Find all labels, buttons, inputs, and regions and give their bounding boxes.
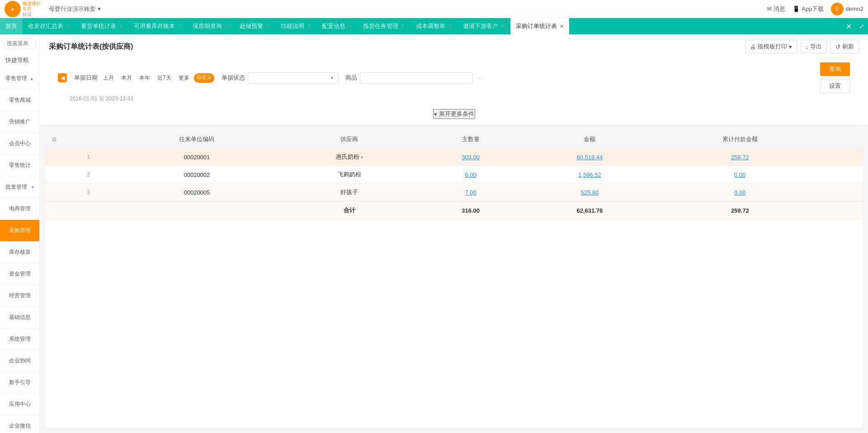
date-filter-group: 单据日期 上月 本月 本年 近7天 更多 自定义 [74, 73, 214, 83]
sidebar-item-base-info[interactable]: 基础信息 [0, 307, 39, 328]
row-paid-amount[interactable]: 0.00 [656, 184, 823, 202]
tab-pick-task[interactable]: 拣货任务管理 ✕ [358, 18, 410, 34]
row-amount[interactable]: 1,586.52 [523, 166, 656, 184]
sidebar-item-ops-mgmt[interactable]: 经营管理 [0, 285, 39, 307]
expand-icon: ▾ [32, 185, 34, 190]
export-btn[interactable]: ↓ 导出 [801, 40, 827, 53]
tab-close-icon[interactable]: ✕ [401, 24, 405, 29]
tab-close-icon[interactable]: ✕ [560, 24, 564, 29]
row-paid-amount[interactable]: 0.00 [656, 166, 823, 184]
row-amount[interactable]: 525.80 [523, 184, 656, 202]
row-dropdown-icon[interactable]: ▾ [361, 155, 363, 160]
refresh-btn[interactable]: ↺ 刷新 [830, 40, 859, 53]
tab-close-icon[interactable]: ✕ [501, 24, 505, 29]
row-index: 1 [63, 148, 113, 166]
sidebar-item-ecommerce-mgmt[interactable]: 电商管理 [0, 198, 39, 220]
more-options-icon[interactable]: ··· [476, 73, 484, 83]
date-btn-this-month[interactable]: 本月 [118, 73, 135, 83]
download-icon: 📱 [793, 5, 800, 12]
goods-search-input[interactable] [360, 72, 473, 84]
app-download-btn[interactable]: 📱 App下载 [793, 5, 824, 13]
table-row: 2 00020002 飞鹤奶粉 6.00 1,586.52 0.00 [45, 166, 863, 184]
expand-down-icon: ▾ [434, 111, 437, 118]
date-btn-last-month[interactable]: 上月 [100, 73, 117, 83]
user-avatar[interactable]: E demo2 [831, 3, 863, 15]
row-main-qty[interactable]: 303.00 [419, 148, 523, 166]
tab-receive-summary[interactable]: 收发存汇总表 ✕ [23, 18, 75, 34]
date-btn-more[interactable]: 更多 [176, 73, 192, 83]
message-btn[interactable]: ✉ 消息 [767, 5, 785, 13]
tab-close-icon[interactable]: ✕ [66, 24, 70, 29]
tab-home[interactable]: 首页 [0, 18, 23, 34]
row-main-qty[interactable]: 6.00 [419, 166, 523, 184]
sidebar-item-member-center[interactable]: 会员中心 [0, 133, 39, 155]
search-actions: 查询 设置 [820, 62, 850, 93]
tab-func-desc[interactable]: 功能说明 ✕ [275, 18, 316, 34]
sidebar-item-stock-check[interactable]: 库存核算 [0, 242, 39, 263]
nav-tabs: 首页 收发存汇总表 ✕ 要货单统计表 ✕ 可用量库存账本 ✕ 保质期查询 ✕ 超… [0, 18, 868, 34]
status-select[interactable] [248, 72, 338, 84]
collapse-toggle-btn[interactable]: ◀ [58, 73, 67, 82]
tab-available-stock[interactable]: 可用量库存账本 ✕ [128, 18, 187, 34]
goods-filter-group: 商品 ··· [345, 72, 484, 84]
refresh-icon: ↺ [835, 43, 840, 50]
nav-close-btn[interactable]: ✕ [842, 22, 855, 31]
tab-close-icon[interactable]: ✕ [225, 24, 229, 29]
row-index: 3 [63, 184, 113, 202]
tab-close-icon[interactable]: ✕ [178, 24, 182, 29]
sidebar-item-retail-store[interactable]: 零售商城 [0, 90, 39, 111]
tab-close-icon[interactable]: ✕ [448, 24, 452, 29]
tab-invite-downstream[interactable]: 邀请下游客户 ✕ [458, 18, 510, 34]
tab-expiry-query[interactable]: 保质期查询 ✕ [187, 18, 234, 34]
row-paid-amount[interactable]: 259.72 [656, 148, 823, 166]
svg-text:6: 6 [11, 7, 14, 12]
date-custom-badge[interactable]: 自定义 [194, 73, 214, 83]
sidebar-item-wholesale-mgmt[interactable]: 批发管理 ▾ [0, 176, 39, 198]
col-main-qty: 主数量 [419, 131, 523, 148]
sidebar-item-new-guide[interactable]: 新手引导 [0, 372, 39, 394]
sidebar-item-retail-stat[interactable]: 零售统计 [0, 155, 39, 176]
row-main-qty[interactable]: 7.00 [419, 184, 523, 202]
date-btn-7days[interactable]: 近7天 [155, 73, 174, 83]
export-icon: ↓ [806, 43, 809, 50]
tab-purchase-stat[interactable]: 采购订单统计表 ✕ [510, 18, 569, 34]
sidebar-item-enterprise-collab[interactable]: 企业协同 [0, 350, 39, 372]
date-btn-this-year[interactable]: 本年 [137, 73, 153, 83]
sidebar-item-quick-nav[interactable]: 快捷导航 [0, 52, 39, 68]
table-footer-row: 合计 316.00 62,631.76 259.72 [45, 201, 863, 219]
col-settings-icon[interactable]: ⚙ [52, 136, 57, 143]
sidebar-item-app-center[interactable]: 应用中心 [0, 394, 39, 415]
sidebar-item-sys-mgmt[interactable]: 系统管理 [0, 328, 39, 350]
nav-maximize-btn[interactable]: ⤢ [855, 23, 868, 30]
sidebar-item-marketing[interactable]: 营销推广 [0, 111, 39, 133]
col-amount: 金额 [523, 131, 656, 148]
sidebar-item-finance-mgmt[interactable]: 资金管理 [0, 263, 39, 285]
workspace-selector[interactable]: 母婴行业演示账套 ▾ [44, 5, 107, 13]
tab-close-icon[interactable]: ✕ [119, 24, 123, 29]
sidebar-item-retail-mgmt[interactable]: 零售管理 ▲ [0, 68, 39, 90]
tab-close-icon[interactable]: ✕ [348, 24, 352, 29]
row-amount[interactable]: 60,519.44 [523, 148, 656, 166]
expand-more-btn[interactable]: ▾ 展开更多条件 [433, 109, 475, 119]
tab-close-icon[interactable]: ✕ [307, 24, 311, 29]
row-expand-col [45, 148, 63, 166]
tab-cost-adjust[interactable]: 成本调整单 ✕ [410, 18, 458, 34]
sidebar-item-purchase-mgmt[interactable]: 采购管理 [0, 220, 39, 242]
row-unit-code: 00020005 [113, 184, 280, 202]
tab-close-icon[interactable]: ✕ [266, 24, 270, 29]
status-select-wrapper [248, 72, 338, 84]
search-input[interactable] [4, 38, 36, 49]
settings-btn[interactable]: 设置 [820, 79, 850, 93]
search-btn[interactable]: 查询 [820, 62, 850, 76]
sidebar-item-enterprise-wechat[interactable]: 企业微信 [0, 415, 39, 433]
row-supplier: 好孩子 [280, 184, 419, 202]
col-paid-amount: 累计付款金额 [656, 131, 823, 148]
template-print-btn[interactable]: 🖨 按模板打印 ▾ [745, 40, 797, 53]
data-table-container: ⚙ 往来单位编码 供应商 主数量 [45, 131, 863, 428]
row-supplier: 飞鹤奶粉 [280, 166, 419, 184]
page-actions: 🖨 按模板打印 ▾ ↓ 导出 ↺ 刷新 [745, 40, 859, 53]
tab-overstock-warning[interactable]: 超储预警 ✕ [234, 18, 275, 34]
tab-config-info[interactable]: 配置信息 ✕ [316, 18, 358, 34]
row-supplier: 惠氏奶粉 ▾ [280, 148, 419, 166]
tab-goods-stat[interactable]: 要货单统计表 ✕ [75, 18, 128, 34]
